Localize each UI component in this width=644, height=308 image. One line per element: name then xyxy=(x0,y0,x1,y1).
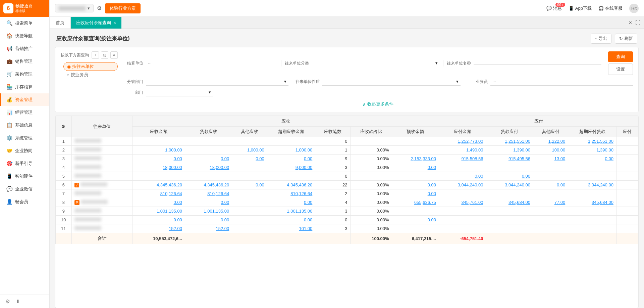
sidebar-item-inventory[interactable]: 🏪 库存核算 xyxy=(0,81,49,93)
scheme-employee[interactable]: ○ 按业务员 xyxy=(63,71,118,79)
user-name: Rit xyxy=(631,6,637,11)
logo-badge: 标准版 xyxy=(15,9,33,13)
partner-cell xyxy=(71,163,132,172)
edit-scheme-icon[interactable]: ◎ xyxy=(101,51,108,59)
sidebar-item-wechat[interactable]: 💬 企业微信 xyxy=(0,183,49,195)
scheme-partner[interactable]: ◉ 按往来单位 xyxy=(63,62,118,71)
sales-icon: 💼 xyxy=(6,58,12,64)
sidebar-menu: 🔍 搜索菜单 🏠 快捷导航 📢 营销推广 💼 销售管理 🛒 采购管理 🏪 库存核… xyxy=(0,17,49,295)
field-dept: 分管部门 ▾ xyxy=(123,78,288,86)
table-row: 21,000.001,000.001,000.0010.00%1,490.001… xyxy=(56,146,638,155)
partner-cell xyxy=(71,189,132,198)
refresh-button[interactable]: ↻ 刷新 xyxy=(615,34,637,44)
tabbar: 首页 应收应付余额查询 × × ⛶ xyxy=(50,17,644,29)
home-icon: 🏠 xyxy=(6,33,12,39)
sidebar-item-nav[interactable]: 🏠 快捷导航 xyxy=(0,30,49,42)
tab-close-icon[interactable]: × xyxy=(114,20,116,25)
add-scheme-icon[interactable]: + xyxy=(92,51,99,59)
table-row: 418,000.0018,000.009,000.0030.00%0.00 xyxy=(56,163,638,172)
table-row: 30.000.000.000.0090.00%2,153,333.00915,5… xyxy=(56,155,638,163)
message-icon: 💬 xyxy=(546,6,552,11)
service-label: 在线客服 xyxy=(605,5,623,11)
sidebar-item-system[interactable]: ⚙️ 系统管理 xyxy=(0,132,49,144)
filter-more-button[interactable]: ∧ 收起更多条件 xyxy=(123,99,633,108)
collapse-scheme-icon[interactable]: « xyxy=(110,51,118,59)
partner-cell xyxy=(71,216,132,224)
field-settlement-input[interactable]: ··· xyxy=(146,59,278,67)
logo-icon: 6 xyxy=(3,3,13,13)
message-item[interactable]: 💬 消息 99+ xyxy=(546,5,562,11)
sidebar-item-coop[interactable]: 🤝 企业协同 xyxy=(0,144,49,157)
app-item[interactable]: 📱 App下载 xyxy=(569,5,592,11)
promo-button[interactable]: 体验行业方案 xyxy=(105,3,141,13)
sidebar-item-label: 搜索菜单 xyxy=(15,20,33,26)
inventory-icon: 🏪 xyxy=(6,84,12,90)
sidebar-logo: 6 畅捷通财 标准版 xyxy=(0,0,49,17)
purchase-icon: 🛒 xyxy=(6,71,12,77)
sidebar-item-ops[interactable]: 📊 经营管理 xyxy=(0,106,49,119)
field-dept-input[interactable]: ▾ xyxy=(146,78,288,86)
sidebar-item-label: 基础信息 xyxy=(15,122,33,128)
sidebar-item-sales[interactable]: 💼 销售管理 xyxy=(0,55,49,68)
sidebar-item-purchase[interactable]: 🛒 采购管理 xyxy=(0,68,49,81)
sidebar-item-guide[interactable]: 🎯 新手引导 xyxy=(0,157,49,170)
table-row: 8P0.000.000.0040.00%655,636.75345,761.00… xyxy=(56,198,638,207)
table-settings-icon[interactable]: ⚙ xyxy=(61,124,65,129)
gear-icon[interactable]: ⚙ xyxy=(97,5,102,11)
sidebar-item-basic[interactable]: 📋 基础信息 xyxy=(0,119,49,132)
row-number: 4 xyxy=(56,163,72,172)
field-sales-input[interactable]: ··· xyxy=(490,78,633,86)
topbar-right: 💬 消息 99+ 📱 App下载 🎧 在线客服 Rit xyxy=(546,4,639,13)
row-number: 10 xyxy=(56,216,72,224)
table-row: 7810,126.64810,126.64810,126.6420.00%0.0… xyxy=(56,189,638,198)
sidebar-item-hardware[interactable]: 📱 智能硬件 xyxy=(0,170,49,183)
service-item[interactable]: 🎧 在线客服 xyxy=(598,5,623,11)
filter-area: 按以下方案查询 + ◎ « ◉ 按往来单位 ○ xyxy=(55,47,639,112)
setting-button[interactable]: 设置 xyxy=(608,63,633,75)
group-receivable-header: 应收 xyxy=(132,116,439,127)
app-icon: 📱 xyxy=(569,6,574,11)
partner-cell xyxy=(71,146,132,155)
sidebar-item-member[interactable]: 👤 畅会员 xyxy=(0,195,49,208)
field-department-input[interactable]: ▾ xyxy=(146,88,213,96)
window-close-icon[interactable]: × xyxy=(629,20,632,26)
content: 应收应付余额查询(按往来单位) ↑ 导出 ↻ 刷新 按以下方案查询 xyxy=(50,29,644,308)
field-sales-label: 业务员 xyxy=(468,79,488,85)
sidebar-item-finance[interactable]: 💰 资金管理 xyxy=(0,93,49,106)
partner-cell xyxy=(71,155,132,163)
field-partner-type-input[interactable]: ▾ xyxy=(312,59,439,67)
table-row: 100.000.000.0000.00%0.00 xyxy=(56,216,638,224)
export-button[interactable]: ↑ 导出 xyxy=(591,34,612,44)
tab-active[interactable]: 应收应付余额查询 × xyxy=(71,17,121,29)
field-partner-name-input[interactable] xyxy=(474,62,601,65)
company-selector[interactable]: ▾ xyxy=(55,4,94,12)
field-department-label: 部门 xyxy=(123,90,143,95)
service-icon: 🎧 xyxy=(598,6,604,11)
window-expand-icon[interactable]: ⛶ xyxy=(635,20,641,26)
sidebar-item-search[interactable]: 🔍 搜索菜单 xyxy=(0,17,49,30)
tab-home[interactable]: 首页 xyxy=(50,17,71,29)
filter-schemes: 按以下方案查询 + ◎ « xyxy=(61,51,118,59)
row-number: 7 xyxy=(56,189,72,198)
tabbar-right: × ⛶ xyxy=(626,17,644,29)
collapse-icon[interactable]: ⏸ xyxy=(15,299,21,305)
partner-cell xyxy=(71,137,132,146)
chevron-up-icon: ∧ xyxy=(363,102,366,107)
coop-icon: 🤝 xyxy=(6,148,12,154)
settings-bottom-icon[interactable]: ⚙ xyxy=(5,298,10,305)
field-nature-input[interactable]: ▾ xyxy=(322,78,461,86)
col-no: ⚙ xyxy=(56,116,72,137)
col-recv-amount-header: 应收金额 xyxy=(132,127,185,137)
user-item[interactable]: Rit xyxy=(629,4,639,13)
row-number: 5 xyxy=(56,172,72,181)
page-title: 应收应付余额查询(按往来单位) xyxy=(56,35,130,42)
row-number: 6 xyxy=(56,181,72,189)
topbar: ▾ ⚙ 体验行业方案 💬 消息 99+ 📱 App下载 🎧 在线客服 Rit xyxy=(50,0,644,17)
col-recv-count-header: 应收笔数 xyxy=(315,127,350,137)
row-number: 9 xyxy=(56,207,72,216)
partner-cell: P xyxy=(71,198,132,207)
query-button[interactable]: 查询 xyxy=(608,51,633,62)
row-number: 11 xyxy=(56,224,72,233)
field-settlement-label: 结算单位 xyxy=(123,60,143,66)
sidebar-item-marketing[interactable]: 📢 营销推广 xyxy=(0,42,49,55)
